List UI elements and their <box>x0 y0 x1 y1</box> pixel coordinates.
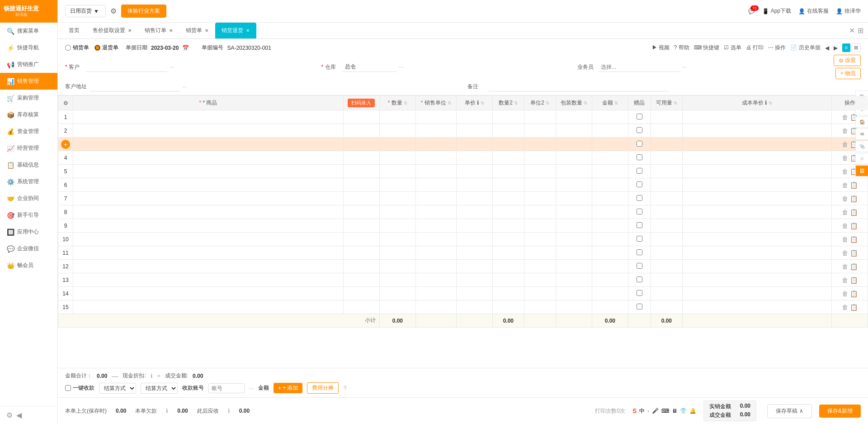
qty2-cell-4[interactable] <box>492 151 524 165</box>
qty2-cell-12[interactable] <box>492 260 524 273</box>
unit2-cell-10[interactable] <box>524 233 556 246</box>
pkg-cell-5[interactable] <box>556 165 592 178</box>
one-click-pay-checkbox[interactable] <box>65 385 71 391</box>
gift-checkbox-6[interactable] <box>637 181 642 187</box>
cost-cell-7[interactable] <box>682 192 831 205</box>
qty2-sort-icon[interactable]: ⇅ <box>514 100 518 105</box>
unit-cell-3[interactable] <box>415 138 456 151</box>
amount-cell-4[interactable] <box>592 151 628 165</box>
th-gear[interactable]: ⚙ <box>58 96 73 110</box>
settings-btn[interactable]: ⚙ 设置 <box>834 55 861 66</box>
copy-icon-6[interactable]: 📋 <box>850 181 858 189</box>
unit2-cell-14[interactable] <box>524 287 556 300</box>
cost-cell-15[interactable] <box>682 300 831 314</box>
unit-cell-15[interactable] <box>415 300 456 314</box>
product-cell-5[interactable] <box>73 165 344 178</box>
qty-cell-10[interactable] <box>379 233 415 246</box>
amount-cell-6[interactable] <box>592 178 628 192</box>
amount-cell-15[interactable] <box>592 300 628 314</box>
delete-icon-11[interactable]: 🗑 <box>842 249 848 257</box>
cost-cell-9[interactable] <box>682 219 831 233</box>
product-input-3[interactable] <box>76 141 340 148</box>
rq-home2[interactable]: 🏠 <box>855 116 868 128</box>
qty2-cell-7[interactable] <box>492 192 524 205</box>
available-cell-7[interactable] <box>651 192 682 205</box>
cost-cell-10[interactable] <box>682 233 831 246</box>
qty-cell-1[interactable] <box>379 110 415 124</box>
rq-mail[interactable]: ✉ <box>855 129 868 140</box>
qty2-cell-10[interactable] <box>492 233 524 246</box>
price-cell-5[interactable] <box>456 165 492 178</box>
unit-sort-icon[interactable]: ⇅ <box>448 100 451 105</box>
copy-icon-9[interactable]: 📋 <box>850 222 858 229</box>
qty2-cell-3[interactable] <box>492 138 524 151</box>
gift-cell-8[interactable] <box>628 205 651 219</box>
qty-cell-15[interactable] <box>379 300 415 314</box>
prev-icon[interactable]: ◀ <box>825 45 829 51</box>
delete-icon-13[interactable]: 🗑 <box>842 276 848 284</box>
price-cell-14[interactable] <box>456 287 492 300</box>
cost-cell-5[interactable] <box>682 165 831 178</box>
address-input[interactable] <box>90 82 180 91</box>
cost-cell-3[interactable] <box>682 138 831 151</box>
qty-cell-3[interactable] <box>379 138 415 151</box>
one-click-pay-label[interactable]: 一键收款 <box>65 384 94 392</box>
rq-fav[interactable]: ☆ <box>855 153 868 164</box>
close-all-icon[interactable]: ✕ <box>849 26 855 35</box>
gift-checkbox-9[interactable] <box>637 222 642 228</box>
available-sort-icon[interactable]: ⇅ <box>674 100 677 105</box>
pkg-cell-13[interactable] <box>556 273 592 287</box>
rq-img[interactable]: 🖼 <box>855 165 868 176</box>
qty2-cell-11[interactable] <box>492 246 524 260</box>
product-cell-8[interactable] <box>73 205 344 219</box>
cost-cell-4[interactable] <box>682 151 831 165</box>
calc-method-select[interactable]: 结算方式 <box>141 383 178 394</box>
price-cell-8[interactable] <box>456 205 492 219</box>
amount-cell-12[interactable] <box>592 260 628 273</box>
qty2-cell-13[interactable] <box>492 273 524 287</box>
split-btn[interactable]: 费用分摊 <box>307 382 339 394</box>
sidebar-item-sales[interactable]: 📊 销售管理 <box>0 73 57 90</box>
unit-cell-11[interactable] <box>415 246 456 260</box>
cost-cell-11[interactable] <box>682 246 831 260</box>
amount-cell-11[interactable] <box>592 246 628 260</box>
delete-icon-2[interactable]: 🗑 <box>842 127 848 134</box>
sidebar-item-member[interactable]: 👑 畅会员 <box>0 257 57 274</box>
amount-cell-2[interactable] <box>592 124 628 138</box>
help-btn-icon[interactable]: ? <box>343 385 346 391</box>
unit2-cell-1[interactable] <box>524 110 556 124</box>
gift-cell-15[interactable] <box>628 300 651 314</box>
sidebar-item-system[interactable]: ⚙️ 系统管理 <box>0 173 57 190</box>
unit-cell-9[interactable] <box>415 219 456 233</box>
qty2-cell-15[interactable] <box>492 300 524 314</box>
settle-method-select[interactable]: 结算方式 <box>99 383 136 394</box>
copy-icon-8[interactable]: 📋 <box>850 209 858 216</box>
product-cell-14[interactable] <box>73 287 344 300</box>
unit-cell-6[interactable] <box>415 178 456 192</box>
sidebar-item-wechat[interactable]: 💬 企业微信 <box>0 240 57 257</box>
product-cell-10[interactable] <box>73 233 344 246</box>
sidebar-item-search[interactable]: 🔍 搜索菜单 <box>0 23 57 39</box>
unit-cell-10[interactable] <box>415 233 456 246</box>
amount-cell-13[interactable] <box>592 273 628 287</box>
unit2-cell-3[interactable] <box>524 138 556 151</box>
tab-sales-delivery[interactable]: 销货单 ✕ <box>179 23 215 38</box>
delete-icon-8[interactable]: 🗑 <box>842 209 848 216</box>
add-btn[interactable]: + + 添加 <box>274 383 302 393</box>
gift-cell-7[interactable] <box>628 192 651 205</box>
pkg-cell-6[interactable] <box>556 178 592 192</box>
gift-checkbox-7[interactable] <box>637 195 642 201</box>
product-cell-13[interactable] <box>73 273 344 287</box>
amount-cell-3[interactable] <box>592 138 628 151</box>
product-cell-4[interactable] <box>73 151 344 165</box>
price-cell-10[interactable] <box>456 233 492 246</box>
app-download-btn[interactable]: 📱 App下载 <box>762 7 791 15</box>
unit2-cell-6[interactable] <box>524 178 556 192</box>
unit-cell-14[interactable] <box>415 287 456 300</box>
tab-close-sales-order[interactable]: ✕ <box>169 28 173 33</box>
available-cell-15[interactable] <box>651 300 682 314</box>
operation-btn[interactable]: ⋯ 操作 <box>768 44 786 52</box>
price-cell-9[interactable] <box>456 219 492 233</box>
gift-checkbox-10[interactable] <box>637 236 642 242</box>
gift-cell-2[interactable] <box>628 124 651 138</box>
